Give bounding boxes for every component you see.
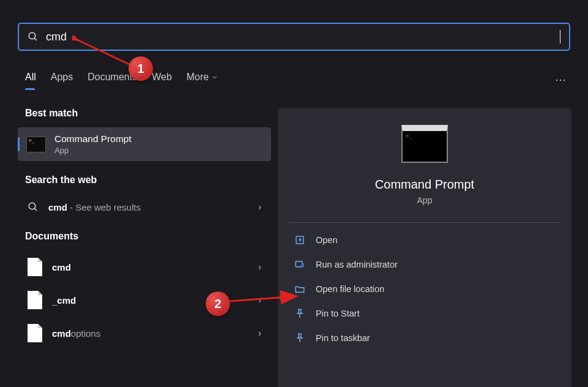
result-title: Command Prompt bbox=[54, 133, 132, 145]
divider bbox=[289, 222, 560, 223]
section-documents: Documents bbox=[25, 231, 264, 242]
action-pin-to-taskbar[interactable]: Pin to taskbar bbox=[289, 326, 560, 350]
chevron-right-icon: › bbox=[258, 202, 261, 212]
search-bar[interactable] bbox=[18, 23, 570, 51]
tab-apps[interactable]: Apps bbox=[51, 72, 73, 88]
chevron-down-icon bbox=[211, 73, 218, 81]
preview-subtitle: App bbox=[417, 195, 433, 205]
svg-line-3 bbox=[34, 208, 37, 211]
filter-tabs: All Apps Documents Web More ⋯ bbox=[25, 69, 567, 91]
svg-point-2 bbox=[29, 203, 35, 209]
search-icon bbox=[28, 201, 39, 212]
search-icon bbox=[28, 31, 39, 42]
document-icon bbox=[28, 324, 42, 342]
chevron-right-icon: › bbox=[258, 262, 261, 272]
result-subtitle: App bbox=[54, 146, 132, 155]
preview-pane: Command Prompt App Open Run as administr… bbox=[278, 108, 571, 387]
pin-icon bbox=[294, 307, 306, 320]
document-result[interactable]: cmdoptions › bbox=[18, 317, 271, 350]
search-input[interactable] bbox=[46, 24, 560, 50]
tab-all[interactable]: All bbox=[25, 72, 36, 88]
annotation-badge-2: 2 bbox=[206, 291, 230, 316]
tab-more[interactable]: More bbox=[187, 72, 218, 88]
annotation-badge-1: 1 bbox=[128, 56, 153, 81]
shield-admin-icon bbox=[294, 258, 306, 271]
command-prompt-icon bbox=[26, 137, 46, 152]
command-prompt-icon bbox=[401, 125, 448, 163]
best-match-result[interactable]: Command Prompt App bbox=[18, 127, 271, 161]
action-open[interactable]: Open bbox=[289, 228, 560, 252]
more-options-button[interactable]: ⋯ bbox=[555, 73, 567, 86]
document-result[interactable]: cmd › bbox=[18, 250, 271, 284]
action-open-file-location[interactable]: Open file location bbox=[289, 277, 560, 301]
tab-web[interactable]: Web bbox=[152, 72, 172, 88]
web-search-result[interactable]: cmd - See web results › bbox=[18, 194, 271, 220]
chevron-right-icon: › bbox=[258, 295, 261, 305]
section-best-match: Best match bbox=[25, 108, 264, 119]
action-pin-to-start[interactable]: Pin to Start bbox=[289, 301, 560, 326]
open-icon bbox=[294, 234, 306, 246]
document-icon bbox=[28, 258, 42, 276]
preview-title: Command Prompt bbox=[375, 178, 474, 192]
svg-line-1 bbox=[34, 38, 37, 40]
document-icon bbox=[28, 291, 42, 309]
results-pane: Best match Command Prompt App Search the… bbox=[18, 108, 271, 350]
section-search-web: Search the web bbox=[25, 175, 264, 186]
action-run-as-administrator[interactable]: Run as administrator bbox=[289, 252, 560, 277]
folder-icon bbox=[294, 283, 306, 295]
pin-icon bbox=[294, 332, 306, 344]
svg-point-0 bbox=[29, 32, 35, 39]
chevron-right-icon: › bbox=[258, 328, 261, 338]
document-result[interactable]: _cmd › bbox=[18, 284, 271, 317]
text-caret bbox=[560, 30, 560, 43]
